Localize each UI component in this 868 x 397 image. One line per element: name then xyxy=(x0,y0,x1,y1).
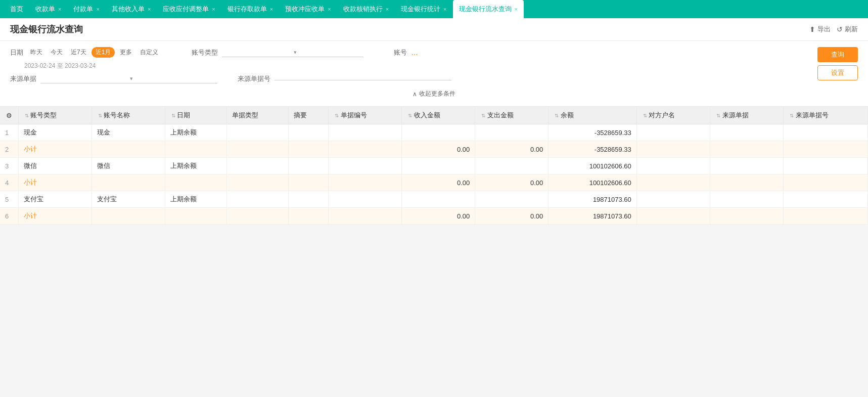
row-number: 5 xyxy=(0,191,18,208)
close-icon[interactable]: × xyxy=(148,0,151,18)
nav-item-bank-deposit[interactable]: 银行存取款单 × xyxy=(221,0,279,18)
cell-counterpart xyxy=(636,141,710,158)
column-counterpart[interactable]: ⇅ 对方户名 xyxy=(636,107,710,124)
table-header-row: ⚙ ⇅ 账号类型 ⇅ 账号名称 ⇅ 日期 单据类型 摘要 ⇅ 单据编号 ⇅ 收入… xyxy=(0,107,868,124)
close-icon[interactable]: × xyxy=(515,0,518,18)
date-btn-7days[interactable]: 近7天 xyxy=(68,47,89,58)
cell-income xyxy=(402,124,475,141)
source-doc-no-input[interactable] xyxy=(275,78,451,80)
cell-source-doc-no xyxy=(784,158,868,174)
nav-item-bank-flow[interactable]: 现金银行流水查询 × xyxy=(453,0,524,18)
sort-icon: ⇅ xyxy=(25,113,29,118)
collapse-bar[interactable]: ∧ 收起更多条件 xyxy=(10,87,858,100)
cell-source-doc-no xyxy=(784,174,868,191)
cell-doc-no xyxy=(329,191,402,208)
cell-account-name xyxy=(92,141,165,158)
row-number: 3 xyxy=(0,158,18,174)
cell-expense xyxy=(475,158,549,174)
cell-doc-type xyxy=(227,174,289,191)
row-number: 2 xyxy=(0,141,18,158)
cell-counterpart xyxy=(636,208,710,225)
cell-doc-no xyxy=(329,124,402,141)
cell-account-type: 微信 xyxy=(18,158,92,174)
cell-balance: 19871073.60 xyxy=(549,191,636,208)
close-icon[interactable]: × xyxy=(270,0,273,18)
column-summary[interactable]: 摘要 xyxy=(289,107,329,124)
column-gear[interactable]: ⚙ xyxy=(0,107,18,124)
query-button[interactable]: 查询 xyxy=(817,47,858,62)
close-icon[interactable]: × xyxy=(212,0,215,18)
export-button[interactable]: ⬆ 导出 xyxy=(809,25,831,34)
nav-item-home[interactable]: 首页 xyxy=(4,0,29,18)
refresh-button[interactable]: ↺ 刷新 xyxy=(837,25,858,34)
sort-icon: ⇅ xyxy=(790,113,794,118)
close-icon[interactable]: × xyxy=(386,0,389,18)
column-balance[interactable]: ⇅ 余额 xyxy=(549,107,636,124)
close-icon[interactable]: × xyxy=(58,0,61,18)
sort-icon: ⇅ xyxy=(408,113,412,118)
column-date[interactable]: ⇅ 日期 xyxy=(165,107,226,124)
source-doc-select[interactable]: ▾ xyxy=(40,74,217,83)
column-source-doc-no[interactable]: ⇅ 来源单据号 xyxy=(784,107,868,124)
column-doc-no[interactable]: ⇅ 单据编号 xyxy=(329,107,402,124)
column-income[interactable]: ⇅ 收入金额 xyxy=(402,107,475,124)
source-doc-no-label: 来源单据号 xyxy=(238,74,270,83)
nav-item-receipt[interactable]: 收款单 × xyxy=(29,0,67,18)
cell-income: 0.00 xyxy=(402,174,475,191)
date-btn-custom[interactable]: 自定义 xyxy=(137,47,161,58)
column-source-doc[interactable]: ⇅ 来源单据 xyxy=(710,107,783,124)
cell-date xyxy=(165,141,226,158)
nav-item-other-income[interactable]: 其他收入单 × xyxy=(106,0,157,18)
close-icon[interactable]: × xyxy=(328,0,331,18)
account-label: 账号 xyxy=(394,48,407,57)
row-number: 1 xyxy=(0,124,18,141)
cell-account-type: 小计 xyxy=(18,208,92,225)
collapse-up-icon: ∧ xyxy=(413,91,417,98)
cell-doc-type xyxy=(227,208,289,225)
cell-account-name: 微信 xyxy=(92,158,165,174)
cell-account-type: 支付宝 xyxy=(18,191,92,208)
column-doc-type[interactable]: 单据类型 xyxy=(227,107,289,124)
data-table: ⚙ ⇅ 账号类型 ⇅ 账号名称 ⇅ 日期 单据类型 摘要 ⇅ 单据编号 ⇅ 收入… xyxy=(0,107,868,225)
column-expense[interactable]: ⇅ 支出金额 xyxy=(475,107,549,124)
cell-account-type: 小计 xyxy=(18,141,92,158)
cell-account-name xyxy=(92,174,165,191)
column-account-name[interactable]: ⇅ 账号名称 xyxy=(92,107,165,124)
column-account-type[interactable]: ⇅ 账号类型 xyxy=(18,107,92,124)
export-icon: ⬆ xyxy=(809,25,815,33)
refresh-icon: ↺ xyxy=(837,25,843,33)
cell-summary xyxy=(289,191,329,208)
cell-doc-type xyxy=(227,124,289,141)
nav-item-verification[interactable]: 收款核销执行 × xyxy=(337,0,395,18)
account-ellipsis-btn[interactable]: ... xyxy=(411,48,418,57)
cell-summary xyxy=(289,141,329,158)
date-btn-more[interactable]: 更多 xyxy=(117,47,135,58)
cell-expense xyxy=(475,191,549,208)
header-actions: ⬆ 导出 ↺ 刷新 xyxy=(809,25,858,34)
sort-icon: ⇅ xyxy=(335,113,339,118)
sort-icon: ⇅ xyxy=(171,113,175,118)
date-btn-today[interactable]: 今天 xyxy=(48,47,66,58)
close-icon[interactable]: × xyxy=(443,0,446,18)
cell-balance: 19871073.60 xyxy=(549,208,636,225)
setting-button[interactable]: 设置 xyxy=(817,65,858,80)
nav-item-payment[interactable]: 付款单 × xyxy=(67,0,105,18)
account-type-select[interactable]: ▾ xyxy=(222,48,363,57)
sort-icon: ⇅ xyxy=(98,113,102,118)
date-label: 日期 xyxy=(10,48,23,57)
cell-income xyxy=(402,158,475,174)
cell-income xyxy=(402,191,475,208)
cell-account-type: 现金 xyxy=(18,124,92,141)
cell-doc-no xyxy=(329,141,402,158)
table-row: 1现金现金上期余额-3528659.33 xyxy=(0,124,868,141)
top-navigation: 首页 收款单 × 付款单 × 其他收入单 × 应收应付调整单 × 银行存取款单 … xyxy=(0,0,868,18)
nav-item-bank-stats[interactable]: 现金银行统计 × xyxy=(395,0,452,18)
cell-expense: 0.00 xyxy=(475,208,549,225)
nav-item-adjustment[interactable]: 应收应付调整单 × xyxy=(157,0,221,18)
nav-item-advance[interactable]: 预收冲应收单 × xyxy=(279,0,337,18)
cell-doc-type xyxy=(227,158,289,174)
cell-source-doc xyxy=(710,141,783,158)
close-icon[interactable]: × xyxy=(96,0,99,18)
date-btn-yesterday[interactable]: 昨天 xyxy=(27,47,45,58)
date-btn-1month[interactable]: 近1月 xyxy=(92,47,115,58)
